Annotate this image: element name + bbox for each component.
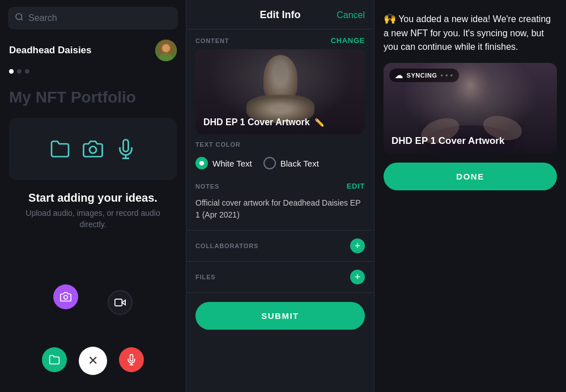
- collaborators-row[interactable]: COLLABORATORS +: [186, 233, 374, 259]
- search-placeholder: Search: [28, 13, 57, 23]
- panel-left: Search Deadhead Daisies My NFT: [0, 0, 186, 392]
- content-label: CONTENT: [195, 37, 229, 44]
- fab-mic-button[interactable]: [119, 347, 144, 372]
- divider-1: [186, 230, 374, 231]
- files-label: FILES: [195, 274, 216, 280]
- content-section-header: CONTENT CHANGE: [186, 29, 374, 49]
- svg-point-5: [90, 147, 96, 154]
- text-color-options: White Text Black Text: [195, 157, 365, 169]
- cover-art-container: DHD EP 1 Cover Artwork ✏️: [195, 49, 365, 134]
- cloud-icon: ☁: [395, 71, 403, 80]
- change-button[interactable]: CHANGE: [331, 36, 365, 45]
- notes-label: NOTES: [195, 183, 219, 190]
- syncing-badge: ☁ SYNCING • • •: [389, 69, 459, 82]
- page-dots: [0, 67, 186, 83]
- notes-content: Official cover artwork for Deadhead Dais…: [186, 195, 374, 228]
- white-text-radio[interactable]: [195, 157, 208, 169]
- svg-marker-9: [122, 300, 125, 305]
- svg-point-8: [64, 296, 68, 300]
- fab-area: ✕: [36, 284, 150, 375]
- files-row[interactable]: FILES +: [186, 264, 374, 290]
- black-text-option[interactable]: Black Text: [263, 157, 319, 169]
- add-ideas-subtitle: Upload audio, images, or record audio di…: [0, 208, 186, 230]
- svg-line-1: [21, 19, 23, 20]
- text-color-section: White Text Black Text: [186, 152, 374, 175]
- fab-video-button[interactable]: [108, 290, 133, 315]
- avatar[interactable]: [155, 40, 177, 61]
- collaborators-label: COLLABORATORS: [195, 242, 258, 249]
- edit-info-title: Edit Info: [224, 9, 337, 21]
- notes-edit-button[interactable]: EDIT: [347, 182, 365, 190]
- add-file-button[interactable]: +: [350, 270, 365, 284]
- submit-button[interactable]: SUBMIT: [195, 302, 365, 330]
- syncing-label: SYNCING: [407, 72, 437, 79]
- add-ideas-title: Start adding your ideas.: [0, 180, 186, 208]
- success-text: You added a new idea! We're creating a n…: [384, 14, 551, 52]
- cancel-button[interactable]: Cancel: [337, 10, 365, 20]
- divider-3: [186, 292, 374, 293]
- white-text-label: White Text: [212, 159, 252, 168]
- svg-point-3: [162, 44, 170, 52]
- username-label: Deadhead Daisies: [9, 45, 92, 56]
- svg-point-0: [16, 14, 22, 20]
- panel-right: 🙌 You added a new idea! We're creating a…: [375, 0, 566, 392]
- success-message: 🙌 You added a new idea! We're creating a…: [384, 11, 557, 54]
- nft-card-title: DHD EP 1 Cover Artwork: [391, 135, 504, 147]
- fab-camera-button[interactable]: [53, 284, 78, 309]
- dot-1[interactable]: [9, 69, 14, 74]
- edit-info-header: Edit Info Cancel: [186, 0, 374, 29]
- notes-section-header: NOTES EDIT: [186, 175, 374, 195]
- camera-upload-icon[interactable]: [83, 139, 103, 159]
- folder-upload-icon[interactable]: [50, 139, 70, 159]
- mic-upload-icon[interactable]: [116, 139, 136, 159]
- nft-card: ☁ SYNCING • • • DHD EP 1 Cover Artwork: [384, 63, 557, 154]
- panel-center: Edit Info Cancel CONTENT CHANGE DHD EP 1…: [186, 0, 375, 392]
- edit-pencil-icon[interactable]: ✏️: [314, 118, 324, 127]
- portfolio-title: My NFT Portfolio: [0, 83, 186, 118]
- black-text-label: Black Text: [280, 159, 319, 168]
- add-collaborator-button[interactable]: +: [350, 238, 365, 253]
- user-row: Deadhead Daisies: [0, 36, 186, 67]
- fab-folder-button[interactable]: [42, 347, 67, 372]
- dot-2[interactable]: [17, 69, 22, 74]
- upload-box: [9, 118, 177, 180]
- white-text-option[interactable]: White Text: [195, 157, 252, 169]
- close-icon: ✕: [88, 353, 98, 368]
- text-color-label: TEXT COLOR: [186, 134, 374, 152]
- search-bar[interactable]: Search: [8, 7, 178, 29]
- search-icon: [15, 12, 24, 24]
- success-emoji: 🙌: [384, 13, 396, 24]
- svg-rect-10: [115, 299, 122, 306]
- done-button[interactable]: DONE: [384, 163, 557, 190]
- divider-2: [186, 261, 374, 262]
- syncing-dots: • • •: [441, 71, 453, 79]
- fab-close-button[interactable]: ✕: [79, 347, 107, 375]
- black-text-radio[interactable]: [263, 157, 276, 169]
- dot-3[interactable]: [25, 69, 29, 74]
- cover-art-title: DHD EP 1 Cover Artwork ✏️: [203, 117, 324, 127]
